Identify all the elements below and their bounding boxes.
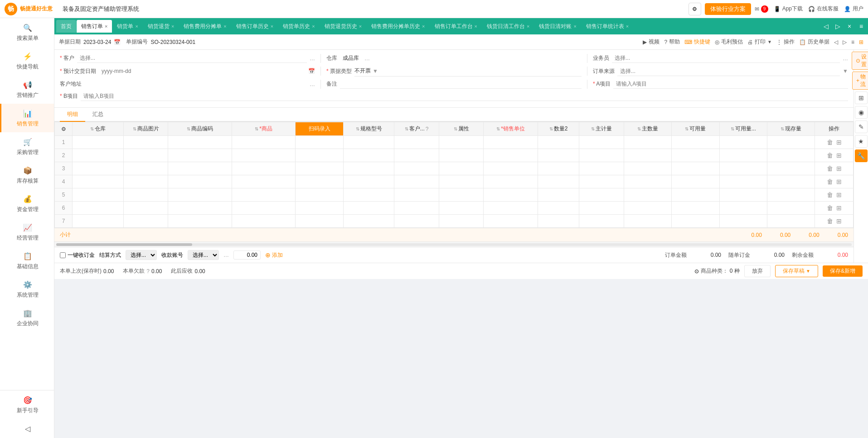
right-panel-btn-1[interactable]: ⊞ — [855, 91, 868, 104]
calendar-icon[interactable]: 📅 — [114, 39, 121, 45]
row-sku-code-7[interactable] — [168, 215, 232, 228]
row-spec-2[interactable] — [343, 149, 394, 162]
row-sales-unit-5[interactable] — [484, 188, 538, 202]
row-main-qty-7[interactable] — [624, 215, 671, 228]
row-qty2-2[interactable] — [538, 149, 579, 162]
sort-icon-qty2[interactable]: ⇅ — [549, 126, 553, 131]
sort-icon-sales-unit[interactable]: ⇅ — [496, 126, 500, 131]
row-qty2-7[interactable] — [538, 215, 579, 228]
history-action[interactable]: 📋 历史单据 — [799, 38, 829, 46]
tab-sales-expense-history[interactable]: 销售费用分摊单历史 × — [367, 20, 429, 33]
sort-icon-stock[interactable]: ⇅ — [781, 126, 784, 131]
tab-close-sales-order-history[interactable]: × — [271, 24, 273, 29]
row-available-6[interactable] — [672, 202, 719, 215]
tab-sales-stats[interactable]: 销售订单统计表 × — [582, 20, 633, 33]
sidebar-item-guide[interactable]: 🎯 新手引导 — [0, 390, 54, 419]
row-available-5[interactable] — [672, 188, 719, 202]
tab-close-sales-refund[interactable]: × — [171, 24, 174, 29]
row-scan-4[interactable] — [296, 175, 343, 188]
row-delete-btn-1[interactable]: 🗑 — [827, 139, 833, 146]
row-stock-1[interactable] — [767, 136, 815, 149]
view-action[interactable]: ▶ 视频 — [643, 38, 659, 46]
row-qty2-3[interactable] — [538, 162, 579, 175]
tab-close-sales-order[interactable]: × — [105, 24, 107, 29]
message-btn[interactable]: ✉ 9 — [755, 5, 768, 13]
row-copy-btn-1[interactable]: ⊞ — [836, 139, 842, 146]
row-product-6[interactable] — [232, 202, 296, 215]
row-product-3[interactable] — [232, 162, 296, 175]
row-qty2-6[interactable] — [538, 202, 579, 215]
app-download-btn[interactable]: 📱 App下载 — [774, 5, 803, 13]
tabbar-next-btn[interactable]: ▷ — [833, 21, 843, 31]
tab-close-receivable-workbench[interactable]: × — [527, 24, 529, 29]
tab-summary[interactable]: 汇总 — [85, 108, 111, 122]
row-product-4[interactable] — [232, 175, 296, 188]
row-stock-3[interactable] — [767, 162, 815, 175]
row-product-1[interactable] — [232, 136, 296, 149]
row-warehouse-2[interactable] — [73, 149, 123, 162]
row-stock-5[interactable] — [767, 188, 815, 202]
row-spec-7[interactable] — [343, 215, 394, 228]
remark-input[interactable] — [340, 79, 582, 89]
customer-input[interactable] — [77, 53, 307, 63]
tab-sales-return-history[interactable]: 销货单历史 × — [278, 20, 319, 33]
row-warehouse-7[interactable] — [73, 215, 123, 228]
help-action[interactable]: ? 帮助 — [664, 38, 680, 46]
one-click-deposit-checkbox[interactable] — [60, 252, 66, 258]
settle-method-select[interactable]: 选择... — [126, 250, 157, 260]
tab-receivable-reconcile[interactable]: 钱货日清对账 × — [534, 20, 581, 33]
tab-home[interactable]: 首页 — [56, 20, 76, 33]
sort-icon-sku[interactable]: ⇅ — [187, 126, 190, 131]
sidebar-item-operations[interactable]: 📈 经营管理 — [0, 218, 54, 246]
one-click-deposit-label[interactable]: 一键收订金 — [60, 251, 95, 259]
sort-icon-image[interactable]: ⇅ — [133, 126, 136, 131]
profit-action[interactable]: ◎ 毛利预估 — [715, 38, 743, 46]
row-stock-2[interactable] — [767, 149, 815, 162]
sort-icon-product[interactable]: ⇅ — [255, 126, 258, 131]
row-delete-btn-2[interactable]: 🗑 — [827, 152, 833, 159]
row-warehouse-3[interactable] — [73, 162, 123, 175]
scrollbar-thumb[interactable] — [56, 243, 192, 246]
row-scan-2[interactable] — [296, 149, 343, 162]
row-scan-1[interactable] — [296, 136, 343, 149]
row-customer-code-1[interactable] — [394, 136, 439, 149]
row-spec-3[interactable] — [343, 162, 394, 175]
row-customer-code-2[interactable] — [394, 149, 439, 162]
row-main-unit-1[interactable] — [579, 136, 624, 149]
tab-close-sales-order-workbench[interactable]: × — [475, 24, 477, 29]
row-available2-2[interactable] — [719, 149, 767, 162]
tab-sales-return[interactable]: 销货单 × — [112, 20, 142, 33]
row-attribute-5[interactable] — [439, 188, 483, 202]
tab-sales-order-workbench[interactable]: 销售订单工作台 × — [430, 20, 482, 33]
right-panel-btn-3[interactable]: ✎ — [855, 120, 868, 133]
row-attribute-6[interactable] — [439, 202, 483, 215]
prev-record-btn[interactable]: ◁ — [834, 39, 838, 45]
right-panel-btn-4[interactable]: ★ — [855, 135, 868, 148]
row-available-2[interactable] — [672, 149, 719, 162]
row-warehouse-6[interactable] — [73, 202, 123, 215]
row-warehouse-1[interactable] — [73, 136, 123, 149]
sidebar-item-search[interactable]: 🔍 搜索菜单 — [0, 18, 54, 47]
row-stock-7[interactable] — [767, 215, 815, 228]
tab-sales-order[interactable]: 销售订单 × — [77, 20, 112, 33]
tabbar-prev-btn[interactable]: ◁ — [821, 21, 831, 31]
row-qty2-4[interactable] — [538, 175, 579, 188]
row-qty2-1[interactable] — [538, 136, 579, 149]
row-scan-7[interactable] — [296, 215, 343, 228]
print-action[interactable]: 🖨 打印 ▼ — [747, 38, 772, 46]
row-spec-5[interactable] — [343, 188, 394, 202]
row-available-3[interactable] — [672, 162, 719, 175]
tab-sales-refund-history[interactable]: 销货退货历史 × — [320, 20, 366, 33]
th-settings[interactable]: ⚙ — [55, 122, 73, 136]
row-available-4[interactable] — [672, 175, 719, 188]
row-main-qty-1[interactable] — [624, 136, 671, 149]
row-image-7[interactable] — [123, 215, 168, 228]
row-sku-code-5[interactable] — [168, 188, 232, 202]
row-customer-code-7[interactable] — [394, 215, 439, 228]
row-product-7[interactable] — [232, 215, 296, 228]
delivery-date-input[interactable] — [99, 67, 305, 76]
row-spec-4[interactable] — [343, 175, 394, 188]
tab-close-receivable-reconcile[interactable]: × — [573, 24, 576, 29]
row-image-3[interactable] — [123, 162, 168, 175]
sidebar-item-base-info[interactable]: 📋 基础信息 — [0, 246, 54, 275]
